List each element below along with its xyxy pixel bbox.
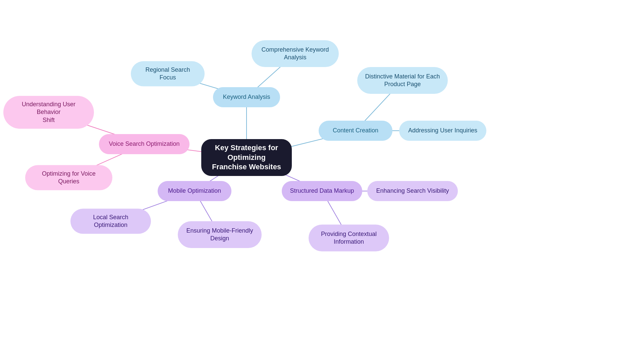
label-regional-search: Regional Search Focus	[138, 66, 197, 82]
node-providing-contextual[interactable]: Providing Contextual Information	[309, 225, 389, 251]
node-keyword-analysis[interactable]: Keyword Analysis	[213, 87, 280, 107]
node-voice-search[interactable]: Voice Search Optimization	[99, 134, 190, 154]
label-mobile-optimization: Mobile Optimization	[168, 187, 221, 195]
node-ensuring-mobile[interactable]: Ensuring Mobile-Friendly Design	[178, 221, 262, 248]
label-local-search: Local Search Optimization	[78, 214, 144, 229]
label-optimizing-voice: Optimizing for Voice Queries	[33, 170, 105, 186]
label-content-creation: Content Creation	[333, 127, 378, 134]
node-content-creation[interactable]: Content Creation	[319, 121, 392, 141]
label-enhancing-search: Enhancing Search Visibility	[376, 187, 449, 195]
node-mobile-optimization[interactable]: Mobile Optimization	[158, 181, 231, 201]
label-addressing-user: Addressing User Inquiries	[408, 127, 477, 134]
center-node[interactable]: Key Strategies for Optimizing Franchise …	[201, 139, 292, 176]
label-providing-contextual: Providing Contextual Information	[321, 230, 377, 246]
node-understanding-user[interactable]: Understanding User Behavior Shift	[3, 96, 94, 129]
node-addressing-user[interactable]: Addressing User Inquiries	[399, 121, 486, 141]
label-structured-data: Structured Data Markup	[290, 187, 354, 195]
node-structured-data[interactable]: Structured Data Markup	[282, 181, 362, 201]
center-label: Key Strategies for Optimizing Franchise …	[209, 143, 284, 172]
node-regional-search[interactable]: Regional Search Focus	[131, 61, 205, 86]
label-comprehensive-keyword: Comprehensive Keyword Analysis	[261, 46, 329, 62]
label-keyword-analysis: Keyword Analysis	[223, 93, 270, 101]
node-enhancing-search[interactable]: Enhancing Search Visibility	[367, 181, 458, 201]
label-understanding-user: Understanding User Behavior Shift	[11, 101, 87, 124]
node-comprehensive-keyword[interactable]: Comprehensive Keyword Analysis	[252, 40, 339, 67]
node-optimizing-voice[interactable]: Optimizing for Voice Queries	[25, 165, 112, 190]
label-voice-search: Voice Search Optimization	[109, 140, 179, 148]
node-distinctive-material[interactable]: Distinctive Material for Each Product Pa…	[357, 67, 448, 94]
label-distinctive-material: Distinctive Material for Each Product Pa…	[365, 73, 440, 88]
label-ensuring-mobile: Ensuring Mobile-Friendly Design	[186, 227, 253, 243]
mind-map: Key Strategies for Optimizing Franchise …	[0, 0, 644, 363]
node-local-search[interactable]: Local Search Optimization	[70, 209, 151, 234]
